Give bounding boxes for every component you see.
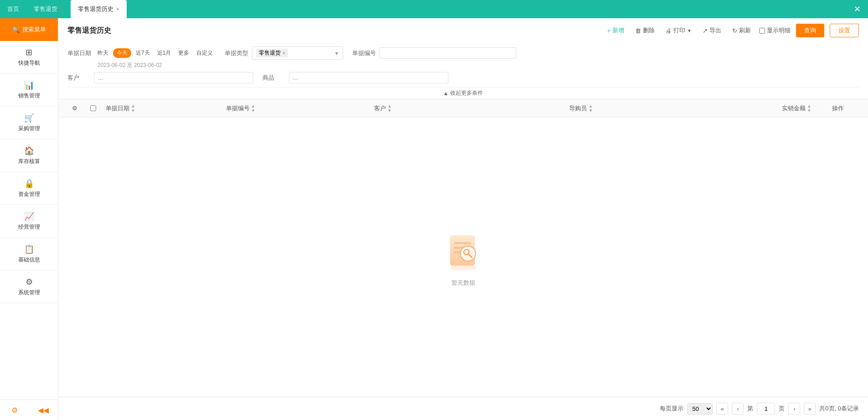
refresh-label: 刷新 — [739, 26, 751, 35]
sidebar-audio-btn[interactable]: ◀◀ — [29, 400, 58, 420]
sidebar-item-quick-nav[interactable]: ⊞ 快捷导航 — [0, 41, 58, 74]
export-button[interactable]: ↗ 导出 — [700, 25, 724, 36]
finance-icon: 🔒 — [24, 179, 34, 189]
page-unit: 页 — [779, 405, 785, 413]
sidebar-item-system[interactable]: ⚙ 系统管理 — [0, 271, 58, 303]
delete-button[interactable]: 🗑 删除 — [632, 25, 657, 36]
table-header: ⚙ 单据日期 ▲▼ 单据编号 ▲▼ 客户 ▲▼ 导购员 — [58, 99, 868, 118]
collapse-chevron-up-icon: ▲ — [443, 90, 449, 97]
sidebar-search-label: 搜索菜单 — [22, 26, 46, 34]
collapse-button[interactable]: ▲ 收起更多条件 — [67, 87, 859, 99]
date-sort-icon[interactable]: ▲▼ — [131, 104, 135, 113]
select-all-checkbox[interactable] — [90, 105, 96, 111]
sidebar-bottom: ⚙ ◀◀ — [0, 400, 58, 420]
tab-retail-return-history-close[interactable]: × — [116, 6, 119, 12]
type-select[interactable]: 零售退货 × ▼ — [252, 46, 343, 60]
th-amount-label: 实销金额 — [782, 104, 806, 113]
new-button[interactable]: + 新增 — [605, 25, 627, 36]
page-label: 第 — [747, 405, 753, 413]
th-amount: 实销金额 ▲▼ — [714, 104, 815, 113]
th-guide-label: 导购员 — [569, 104, 587, 113]
tab-retail-return-history-label: 零售退货历史 — [78, 5, 113, 13]
show-detail-checkbox[interactable] — [759, 28, 765, 34]
sidebar-item-operations-label: 经营管理 — [18, 223, 40, 231]
date-btn-7days[interactable]: 近7天 — [133, 48, 153, 58]
date-btn-yesterday[interactable]: 昨天 — [95, 48, 111, 58]
number-sort-icon[interactable]: ▲▼ — [251, 104, 256, 113]
first-page-btn[interactable]: « — [716, 403, 728, 415]
goods-filter: 商品 — [262, 72, 448, 83]
type-tag: 零售退货 × — [256, 49, 288, 57]
content-area: 零售退货历史 + 新增 🗑 删除 🖨 打印 ▼ — [58, 18, 868, 420]
tab-retail-return[interactable]: 零售退货 × — [26, 0, 71, 18]
type-select-arrow: ▼ — [334, 51, 339, 56]
th-customer: 客户 ▲▼ — [370, 104, 566, 113]
date-btn-more[interactable]: 更多 — [175, 48, 192, 58]
delete-icon: 🗑 — [635, 27, 641, 34]
th-action: 操作 — [815, 104, 861, 113]
number-input[interactable] — [380, 47, 516, 59]
table-settings-icon[interactable]: ⚙ — [72, 105, 77, 112]
search-icon: 🔍 — [12, 26, 20, 33]
sidebar-item-finance[interactable]: 🔒 资金管理 — [0, 172, 58, 205]
export-icon: ↗ — [703, 27, 708, 34]
type-tag-close[interactable]: × — [282, 50, 285, 56]
customer-input[interactable] — [94, 72, 253, 83]
guide-sort-icon[interactable]: ▲▼ — [588, 104, 593, 113]
date-range-display: 2023-06-02 至 2023-06-02 — [98, 62, 162, 68]
new-label: 新增 — [612, 26, 624, 35]
th-settings[interactable]: ⚙ — [66, 105, 84, 112]
sidebar-item-system-label: 系统管理 — [18, 289, 40, 297]
date-btn-today[interactable]: 今天 — [113, 48, 131, 58]
sidebar-settings-btn[interactable]: ⚙ — [0, 400, 29, 420]
type-filter: 单据类型 零售退货 × ▼ — [225, 46, 343, 60]
sidebar-item-sales-mgmt[interactable]: 📊 销售管理 — [0, 74, 58, 107]
collapse-label: 收起更多条件 — [450, 89, 483, 97]
page-total: 共0页, 0条记录 — [819, 405, 859, 413]
basic-info-icon: 📋 — [24, 244, 34, 254]
sales-mgmt-icon: 📊 — [24, 80, 34, 90]
last-page-btn[interactable]: » — [804, 403, 816, 415]
sidebar-item-quick-nav-label: 快捷导航 — [18, 59, 40, 67]
sidebar-item-operations[interactable]: 📈 经营管理 — [0, 205, 58, 238]
show-detail-label: 显示明细 — [767, 26, 791, 35]
print-button[interactable]: 🖨 打印 ▼ — [663, 25, 694, 36]
refresh-button[interactable]: ↻ 刷新 — [729, 25, 754, 36]
tab-home[interactable]: 首页 — [0, 0, 26, 18]
print-icon: 🖨 — [666, 27, 672, 34]
filter-area: 单据日期 昨天 今天 近7天 近1月 更多 自定义 单据类型 — [67, 43, 859, 99]
page-header: 零售退货历史 + 新增 🗑 删除 🖨 打印 ▼ — [58, 18, 868, 99]
tab-retail-return-close[interactable]: × — [60, 6, 63, 12]
set-button[interactable]: 设置 — [830, 24, 859, 37]
goods-input[interactable] — [289, 72, 448, 83]
page-title-row: 零售退货历史 + 新增 🗑 删除 🖨 打印 ▼ — [67, 24, 859, 37]
toolbar: + 新增 🗑 删除 🖨 打印 ▼ ↗ 导出 — [605, 24, 859, 37]
date-filter: 单据日期 昨天 今天 近7天 近1月 更多 自定义 — [67, 48, 216, 58]
date-buttons: 昨天 今天 近7天 近1月 更多 自定义 — [95, 48, 216, 58]
sidebar-item-inventory[interactable]: 🏠 库存核算 — [0, 139, 58, 172]
refresh-icon: ↻ — [732, 27, 737, 34]
tab-retail-return-history[interactable]: 零售退货历史 × — [71, 0, 127, 18]
date-btn-1month[interactable]: 近1月 — [154, 48, 174, 58]
empty-state: 暂无数据 — [58, 118, 868, 397]
table-container: ⚙ 单据日期 ▲▼ 单据编号 ▲▼ 客户 ▲▼ 导购员 — [58, 99, 868, 397]
query-button[interactable]: 查询 — [796, 24, 824, 37]
sidebar: 🔍 搜索菜单 ⊞ 快捷导航 📊 销售管理 🛒 采购管理 🏠 库存核算 🔒 资金管… — [0, 18, 58, 420]
new-icon: + — [607, 27, 611, 34]
page-size-select[interactable]: 50 10 20 100 — [687, 403, 713, 415]
sidebar-item-purchase-mgmt[interactable]: 🛒 采购管理 — [0, 107, 58, 139]
window-close-btn[interactable]: ✕ — [854, 4, 868, 14]
type-filter-label: 单据类型 — [225, 49, 248, 57]
next-page-btn[interactable]: › — [788, 403, 800, 415]
sidebar-search[interactable]: 🔍 搜索菜单 — [0, 18, 58, 41]
sidebar-item-basic-info[interactable]: 📋 基础信息 — [0, 238, 58, 271]
type-tag-value: 零售退货 — [259, 49, 281, 57]
export-label: 导出 — [709, 26, 721, 35]
prev-page-btn[interactable]: ‹ — [732, 403, 744, 415]
page-input[interactable] — [757, 403, 775, 415]
date-btn-custom[interactable]: 自定义 — [194, 48, 216, 58]
filter-row-1: 单据日期 昨天 今天 近7天 近1月 更多 自定义 单据类型 — [67, 46, 859, 60]
amount-sort-icon[interactable]: ▲▼ — [807, 104, 812, 113]
customer-sort-icon[interactable]: ▲▼ — [387, 104, 392, 113]
goods-filter-label: 商品 — [262, 74, 285, 82]
